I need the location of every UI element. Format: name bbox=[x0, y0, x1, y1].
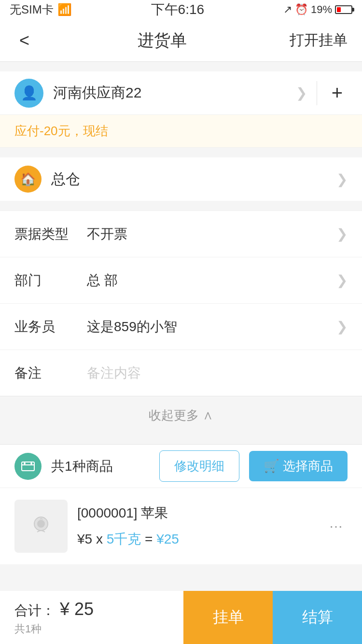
collapse-bar[interactable]: 收起更多 ∧ bbox=[0, 396, 362, 434]
svg-point-1 bbox=[24, 462, 26, 464]
product-price: ¥5 x 5千克 = ¥25 bbox=[77, 530, 315, 548]
warehouse-name: 总仓 bbox=[51, 169, 332, 189]
ticket-type-chevron-icon: ❯ bbox=[336, 226, 348, 242]
divider bbox=[317, 81, 317, 105]
supplier-chevron-icon: ❯ bbox=[296, 85, 307, 101]
total-sub: 共1种 bbox=[14, 622, 169, 636]
product-thumbnail bbox=[14, 500, 68, 553]
remark-value: 备注内容 bbox=[87, 364, 348, 382]
warehouse-section: 🏠 总仓 ❯ bbox=[0, 157, 362, 201]
ticket-type-value: 不开票 bbox=[87, 225, 332, 243]
checkout-button[interactable]: 结算 bbox=[273, 591, 362, 644]
warehouse-chevron-icon: ❯ bbox=[336, 171, 348, 187]
ticket-type-row[interactable]: 票据类型 不开票 ❯ bbox=[0, 210, 362, 257]
status-time: 下午6:16 bbox=[151, 0, 205, 19]
product-info: [0000001] 苹果 ¥5 x 5千克 = ¥25 bbox=[77, 504, 315, 548]
salesperson-label: 业务员 bbox=[14, 318, 77, 336]
section-gap-2 bbox=[0, 148, 362, 157]
products-section: 共1种商品 修改明细 🛒 选择商品 [0000001] 苹果 ¥5 x bbox=[0, 444, 362, 564]
salesperson-row[interactable]: 业务员 这是859的小智 ❯ bbox=[0, 303, 362, 350]
supplier-section: 👤 河南供应商22 ❯ + 应付-20元，现结 bbox=[0, 71, 362, 148]
svg-point-2 bbox=[30, 462, 32, 464]
page-title: 进货单 bbox=[138, 29, 187, 52]
product-code: [0000001] bbox=[77, 505, 138, 520]
select-product-button[interactable]: 🛒 选择商品 bbox=[249, 451, 348, 481]
section-gap-1 bbox=[0, 62, 362, 71]
price-separator: x bbox=[96, 532, 107, 546]
cart-icon: 🛒 bbox=[264, 459, 279, 474]
salesperson-chevron-icon: ❯ bbox=[336, 319, 348, 335]
warehouse-row[interactable]: 🏠 总仓 ❯ bbox=[0, 157, 362, 201]
total-label: 合计： ¥ 25 bbox=[14, 599, 169, 620]
equals-sign: = bbox=[145, 532, 156, 546]
products-header: 共1种商品 修改明细 🛒 选择商品 bbox=[0, 444, 362, 488]
unit-price: ¥5 bbox=[77, 532, 92, 546]
remark-row[interactable]: 备注 备注内容 bbox=[0, 350, 362, 396]
department-row[interactable]: 部门 总 部 ❯ bbox=[0, 257, 362, 303]
salesperson-value: 这是859的小智 bbox=[87, 318, 332, 336]
product-title: 苹果 bbox=[141, 505, 168, 520]
svg-point-4 bbox=[37, 520, 45, 528]
carrier-text: 无SIM卡 bbox=[10, 2, 54, 17]
remark-label: 备注 bbox=[14, 364, 77, 382]
bottom-bar: 合计： ¥ 25 共1种 挂单 结算 bbox=[0, 591, 362, 644]
total-amount: ¥ 25 bbox=[60, 599, 94, 619]
products-icon bbox=[14, 453, 42, 480]
edit-detail-button[interactable]: 修改明细 bbox=[159, 450, 239, 482]
supplier-avatar: 👤 bbox=[14, 79, 43, 108]
total-text: 合计： bbox=[14, 602, 55, 620]
hang-button[interactable]: 挂单 bbox=[183, 591, 273, 644]
status-carrier: 无SIM卡 📶 bbox=[10, 2, 72, 17]
products-count: 共1种商品 bbox=[51, 457, 150, 476]
location-icon: ↗ bbox=[283, 3, 292, 16]
quantity: 5千克 bbox=[107, 532, 141, 546]
product-name: [0000001] 苹果 bbox=[77, 504, 315, 522]
supplier-row[interactable]: 👤 河南供应商22 ❯ + bbox=[0, 71, 362, 115]
add-button[interactable]: + bbox=[327, 82, 348, 104]
total-section: 合计： ¥ 25 共1种 bbox=[0, 599, 183, 636]
svg-rect-0 bbox=[22, 462, 34, 471]
department-value: 总 部 bbox=[87, 271, 332, 290]
product-item: [0000001] 苹果 ¥5 x 5千克 = ¥25 ⋯ bbox=[0, 488, 362, 564]
alarm-icon: ⏰ bbox=[295, 3, 308, 16]
supplier-name: 河南供应商22 bbox=[53, 83, 291, 103]
section-gap-4 bbox=[0, 434, 362, 444]
ticket-type-label: 票据类型 bbox=[14, 225, 77, 243]
battery-icon bbox=[335, 5, 352, 14]
warehouse-icon: 🏠 bbox=[14, 166, 42, 193]
battery-text: 19% bbox=[311, 3, 332, 16]
select-product-label: 选择商品 bbox=[283, 458, 333, 475]
wifi-icon: 📶 bbox=[57, 3, 72, 16]
total-price: ¥25 bbox=[156, 532, 179, 546]
form-section: 票据类型 不开票 ❯ 部门 总 部 ❯ 业务员 这是859的小智 ❯ 备注 备注… bbox=[0, 210, 362, 396]
nav-bar: < 进货单 打开挂单 bbox=[0, 19, 362, 62]
open-hang-button[interactable]: 打开挂单 bbox=[290, 30, 348, 50]
department-chevron-icon: ❯ bbox=[336, 272, 348, 288]
supplier-notice: 应付-20元，现结 bbox=[0, 115, 362, 148]
back-button[interactable]: < bbox=[14, 26, 34, 56]
product-more-button[interactable]: ⋯ bbox=[324, 514, 348, 539]
department-label: 部门 bbox=[14, 271, 77, 290]
status-indicators: ↗ ⏰ 19% bbox=[283, 3, 352, 16]
section-gap-3 bbox=[0, 201, 362, 210]
status-bar: 无SIM卡 📶 下午6:16 ↗ ⏰ 19% bbox=[0, 0, 362, 19]
